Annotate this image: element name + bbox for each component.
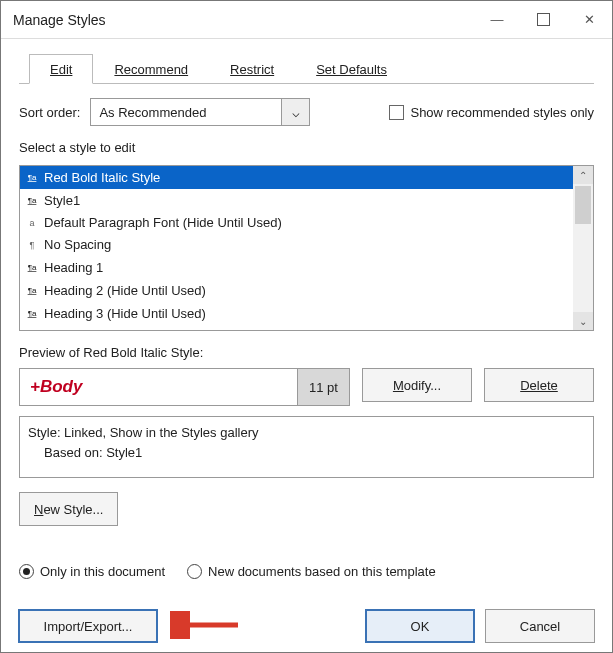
scroll-up-icon[interactable]: ⌃ [573,166,593,184]
paragraph-marker-icon: ¶ [26,236,38,254]
style-list-item[interactable]: ¶aHeading 4 (Hide Until Used) [20,325,573,330]
tab-restrict[interactable]: Restrict [209,54,295,84]
tab-bar: Edit Recommend Restrict Set Defaults [19,53,594,84]
scrollbar[interactable]: ⌃ ⌄ [573,166,593,330]
paragraph-marker-icon: ¶a [26,304,38,323]
cancel-button[interactable]: Cancel [485,609,595,643]
dialog-footer: Import/Export... OK Cancel [18,609,595,643]
paragraph-marker-icon: ¶a [26,191,38,210]
style-list-item[interactable]: ¶aHeading 1 [20,256,573,279]
window-title: Manage Styles [13,12,474,28]
style-name: Style1 [44,192,80,210]
style-name: Default Paragraph Font (Hide Until Used) [44,214,282,232]
scroll-thumb[interactable] [575,186,591,224]
new-style-button[interactable]: New Style... [19,492,118,526]
import-export-button[interactable]: Import/Export... [18,609,158,643]
checkbox-icon [389,105,404,120]
preview-text: +Body [20,377,297,397]
style-name: Heading 2 (Hide Until Used) [44,282,206,300]
tab-set-defaults[interactable]: Set Defaults [295,54,408,84]
sort-order-label: Sort order: [19,105,80,120]
preview-box: +Body 11 pt [19,368,350,406]
style-list-item[interactable]: ¶aHeading 3 (Hide Until Used) [20,302,573,325]
title-bar: Manage Styles — ✕ [1,1,612,39]
desc-line-1: Style: Linked, Show in the Styles galler… [28,423,585,443]
minimize-icon[interactable]: — [474,1,520,39]
style-list-item[interactable]: aDefault Paragraph Font (Hide Until Used… [20,212,573,234]
paragraph-marker-icon: ¶a [26,281,38,300]
radio-selected-icon [19,564,34,579]
desc-line-2: Based on: Style1 [28,443,585,463]
preview-label: Preview of Red Bold Italic Style: [19,345,594,360]
modify-button[interactable]: Modify... [362,368,472,402]
show-recommended-checkbox[interactable]: Show recommended styles only [389,105,594,120]
style-name: Heading 3 (Hide Until Used) [44,305,206,323]
tab-recommend[interactable]: Recommend [93,54,209,84]
select-style-label: Select a style to edit [19,140,594,155]
style-list-item[interactable]: ¶aRed Bold Italic Style [20,166,573,189]
radio-icon [187,564,202,579]
style-list-item[interactable]: ¶No Spacing [20,234,573,256]
paragraph-marker-icon: ¶a [26,258,38,277]
sort-order-value: As Recommended [91,105,281,120]
style-name: No Spacing [44,236,111,254]
delete-button[interactable]: Delete [484,368,594,402]
ok-button[interactable]: OK [365,609,475,643]
style-list[interactable]: ¶aRed Bold Italic Style¶aStyle1aDefault … [19,165,594,331]
paragraph-marker-icon: ¶a [26,168,38,187]
paragraph-marker-icon: a [26,214,38,232]
paragraph-marker-icon: ¶a [26,327,38,330]
chevron-down-icon: ⌵ [281,99,309,125]
scope-this-document-radio[interactable]: Only in this document [19,564,165,579]
scroll-down-icon[interactable]: ⌄ [573,312,593,330]
sort-order-combo[interactable]: As Recommended ⌵ [90,98,310,126]
style-name: Heading 4 (Hide Until Used) [44,328,206,331]
scope-template-radio[interactable]: New documents based on this template [187,564,436,579]
style-description: Style: Linked, Show in the Styles galler… [19,416,594,478]
style-name: Heading 1 [44,259,103,277]
maximize-icon[interactable] [520,1,566,39]
style-name: Red Bold Italic Style [44,169,160,187]
close-icon[interactable]: ✕ [566,1,612,39]
style-list-item[interactable]: ¶aHeading 2 (Hide Until Used) [20,279,573,302]
tab-edit[interactable]: Edit [29,54,93,84]
preview-size: 11 pt [297,369,349,405]
style-list-item[interactable]: ¶aStyle1 [20,189,573,212]
